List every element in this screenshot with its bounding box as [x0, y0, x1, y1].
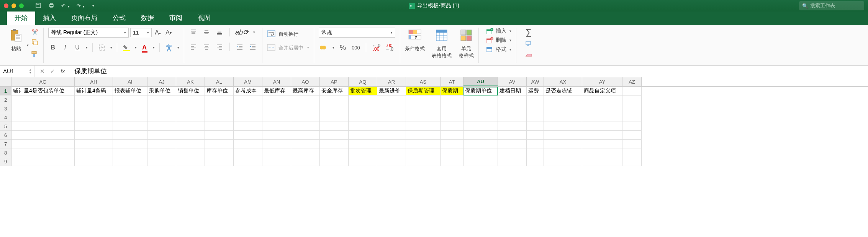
col-header-AP[interactable]: AP	[320, 77, 349, 86]
row-header-4[interactable]: 4	[0, 113, 11, 122]
increase-decimal-icon[interactable]: ←.0.00	[372, 43, 381, 52]
print-icon[interactable]	[48, 2, 54, 10]
increase-indent-icon[interactable]	[248, 42, 257, 51]
cell-AM2[interactable]	[234, 95, 262, 104]
wrap-text-button[interactable]: 自动换行	[267, 30, 298, 38]
row-header-7[interactable]: 7	[0, 140, 11, 148]
cell-AM6[interactable]	[234, 131, 262, 140]
cell-AH7[interactable]	[75, 140, 113, 148]
undo-icon[interactable]: ↶ ▾	[61, 3, 70, 9]
format-cells-button[interactable]: 格式▾	[486, 46, 511, 53]
cell-AS9[interactable]	[406, 157, 441, 166]
cell-AV1[interactable]: 建档日期	[498, 87, 527, 95]
col-header-AW[interactable]: AW	[527, 77, 544, 86]
cell-AJ6[interactable]	[147, 131, 176, 140]
cell-AU4[interactable]	[463, 113, 498, 122]
cell-AK4[interactable]	[176, 113, 205, 122]
cell-AR8[interactable]	[377, 148, 406, 157]
accounting-format-icon[interactable]	[319, 43, 328, 52]
col-header-AH[interactable]: AH	[75, 77, 113, 86]
cell-AL2[interactable]	[205, 95, 234, 104]
fill-icon[interactable]	[524, 39, 533, 48]
underline-dropdown[interactable]: ▾	[86, 46, 88, 49]
cell-AI9[interactable]	[113, 157, 147, 166]
col-header-AM[interactable]: AM	[234, 77, 262, 86]
cell-AI2[interactable]	[113, 95, 147, 104]
cell-AJ9[interactable]	[147, 157, 176, 166]
align-left-icon[interactable]	[189, 42, 198, 51]
col-header-AV[interactable]: AV	[498, 77, 527, 86]
row-header-6[interactable]: 6	[0, 131, 11, 140]
cell-AH9[interactable]	[75, 157, 113, 166]
cell-AU9[interactable]	[463, 157, 498, 166]
cell-AL9[interactable]	[205, 157, 234, 166]
cell-AR1[interactable]: 最新进价	[377, 87, 406, 95]
decrease-font-icon[interactable]: A▾	[164, 28, 173, 37]
cell-AG1[interactable]: 辅计量4是否包装单位	[11, 87, 75, 95]
cell-AT6[interactable]	[441, 131, 463, 140]
cell-AS2[interactable]	[406, 95, 441, 104]
cell-AI3[interactable]	[113, 104, 147, 113]
italic-button[interactable]: I	[61, 43, 70, 52]
cell-AO1[interactable]: 最高库存	[291, 87, 320, 95]
cell-AY2[interactable]	[582, 95, 622, 104]
increase-font-icon[interactable]: A▴	[153, 28, 162, 37]
cell-AI7[interactable]	[113, 140, 147, 148]
search-sheet-input[interactable]: 🔍 搜索工作表	[799, 1, 864, 10]
col-header-AR[interactable]: AR	[377, 77, 406, 86]
cell-AT1[interactable]: 保质期	[441, 87, 463, 95]
maximize-window-button[interactable]	[19, 3, 24, 8]
cell-AX3[interactable]	[544, 104, 582, 113]
cell-AS3[interactable]	[406, 104, 441, 113]
align-top-icon[interactable]	[189, 28, 198, 37]
format-painter-icon[interactable]	[31, 51, 39, 59]
font-color-dropdown[interactable]: ▾	[153, 46, 155, 49]
delete-cells-button[interactable]: ×删除▾	[486, 37, 511, 44]
cell-AN7[interactable]	[262, 140, 291, 148]
border-button[interactable]	[97, 43, 106, 52]
cell-AV2[interactable]	[498, 95, 527, 104]
select-all-corner[interactable]	[0, 77, 11, 86]
cell-AV6[interactable]	[498, 131, 527, 140]
cell-AX1[interactable]: 是否走冻链	[544, 87, 582, 95]
cell-AR6[interactable]	[377, 131, 406, 140]
clear-icon[interactable]	[524, 51, 533, 60]
autosum-icon[interactable]: ∑	[524, 28, 533, 37]
cell-AP5[interactable]	[320, 122, 349, 131]
cell-AG7[interactable]	[11, 140, 75, 148]
cell-AH4[interactable]	[75, 113, 113, 122]
col-header-AL[interactable]: AL	[205, 77, 234, 86]
cell-AH6[interactable]	[75, 131, 113, 140]
cell-AM7[interactable]	[234, 140, 262, 148]
cell-AH8[interactable]	[75, 148, 113, 157]
cell-AR4[interactable]	[377, 113, 406, 122]
cell-AW5[interactable]	[527, 122, 544, 131]
font-name-combo[interactable]: 等线 Regular (正文)▾	[48, 28, 129, 38]
cell-AW4[interactable]	[527, 113, 544, 122]
cell-AH2[interactable]	[75, 95, 113, 104]
cell-AR5[interactable]	[377, 122, 406, 131]
cell-AQ4[interactable]	[349, 113, 377, 122]
cell-AW6[interactable]	[527, 131, 544, 140]
cut-icon[interactable]: ✂️	[32, 29, 38, 35]
cell-AY1[interactable]: 商品自定义项	[582, 87, 622, 95]
cell-AL5[interactable]	[205, 122, 234, 131]
decrease-indent-icon[interactable]	[235, 42, 244, 51]
font-size-combo[interactable]: 11▾	[130, 28, 152, 37]
cell-AG8[interactable]	[11, 148, 75, 157]
col-header-AJ[interactable]: AJ	[147, 77, 176, 86]
col-header-AX[interactable]: AX	[544, 77, 582, 86]
cell-AI4[interactable]	[113, 113, 147, 122]
tab-审阅[interactable]: 审阅	[162, 10, 190, 25]
tab-数据[interactable]: 数据	[133, 10, 162, 25]
cell-AX7[interactable]	[544, 140, 582, 148]
merge-center-button[interactable]: 合并后居中▾	[267, 44, 309, 51]
cell-AZ8[interactable]	[622, 148, 642, 157]
orientation-dropdown[interactable]: ▾	[253, 30, 255, 34]
cell-AK6[interactable]	[176, 131, 205, 140]
fill-color-dropdown[interactable]: ▾	[135, 46, 137, 49]
cell-AZ5[interactable]	[622, 122, 642, 131]
phonetic-button[interactable]: abcA	[164, 43, 174, 52]
font-color-button[interactable]: A	[140, 43, 149, 52]
cell-AH1[interactable]: 辅计量4条码	[75, 87, 113, 95]
